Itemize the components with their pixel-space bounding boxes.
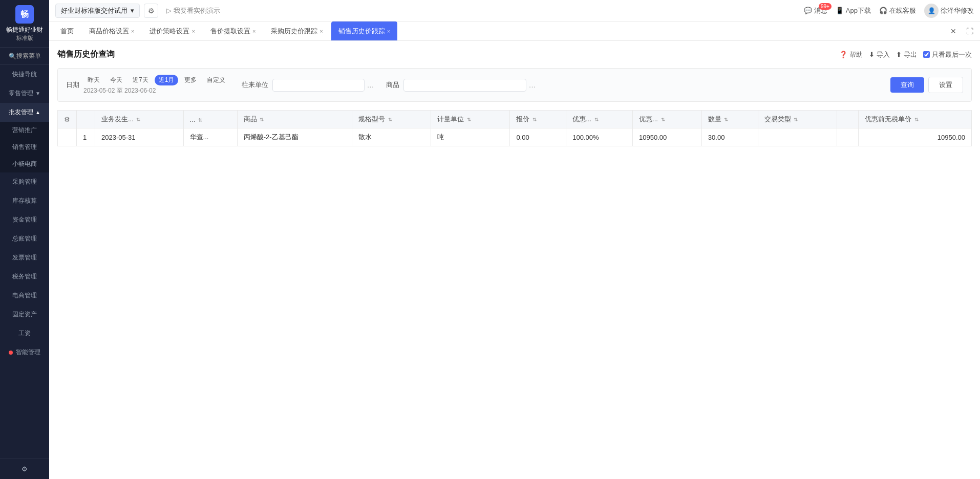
sort-spec-icon: ⇅ bbox=[388, 117, 392, 122]
col-header-trade-type[interactable]: 交易类型 ⇅ bbox=[758, 111, 837, 128]
cell-pretax-price: 10950.00 bbox=[859, 128, 972, 146]
col-header-product[interactable]: 商品 ⇅ bbox=[237, 111, 352, 128]
sidebar-item-invoice[interactable]: 发票管理 bbox=[0, 248, 49, 267]
sidebar-item-funds[interactable]: 资金管理 bbox=[0, 210, 49, 229]
quick-nav-label: 快捷导航 bbox=[12, 70, 37, 79]
tab-sale-history[interactable]: 销售历史价跟踪 × bbox=[331, 21, 397, 41]
sidebar-item-quick-nav[interactable]: 快捷导航 bbox=[0, 65, 49, 84]
export-btn[interactable]: ⬆ 导出 bbox=[896, 50, 917, 59]
sidebar-item-invoice-label: 发票管理 bbox=[12, 253, 37, 262]
tab-purchase-history-label: 采购历史价跟踪 bbox=[271, 27, 317, 36]
sidebar-item-ecommerce-small[interactable]: 小畅电商 bbox=[0, 156, 49, 172]
sidebar-item-assets-label: 固定资产 bbox=[12, 310, 37, 319]
col-header-unit[interactable]: 计量单位 ⇅ bbox=[431, 111, 510, 128]
col-header-price[interactable]: 报价 ⇅ bbox=[510, 111, 566, 128]
col-header-quantity[interactable]: 数量 ⇅ bbox=[701, 111, 758, 128]
sidebar-item-inventory-label: 库存核算 bbox=[12, 197, 37, 205]
col-header-more[interactable]: ... ⇅ bbox=[183, 111, 237, 128]
date-options: 昨天 今天 近7天 近1月 更多 自定义 bbox=[83, 75, 229, 85]
sidebar-logo: 畅 畅捷通好业财 标准版 bbox=[0, 0, 49, 48]
message-icon: 💬 bbox=[804, 7, 812, 14]
tab-sale-extract-close[interactable]: × bbox=[252, 28, 255, 34]
import-btn[interactable]: ⬇ 导入 bbox=[869, 50, 890, 59]
settings-button[interactable]: 设置 bbox=[928, 77, 963, 93]
data-table: ⚙ 业务发生... ⇅ ... ⇅ 商品 ⇅ 规格型号 bbox=[57, 110, 972, 146]
table-row[interactable]: 1 2023-05-31 华查... 丙烯酸-2-乙基己酯 散水 吨 0.00 … bbox=[58, 128, 972, 146]
sort-pretax-price-icon: ⇅ bbox=[914, 117, 919, 122]
cell-discount1: 100.00% bbox=[566, 128, 633, 146]
tab-purchase-strategy[interactable]: 进价策略设置 × bbox=[142, 21, 202, 41]
sidebar-item-funds-label: 资金管理 bbox=[12, 215, 37, 224]
sidebar-item-salary[interactable]: 工资 bbox=[0, 324, 49, 343]
date-opt-today[interactable]: 今天 bbox=[106, 75, 126, 85]
cell-seq: 1 bbox=[77, 128, 95, 146]
sidebar-item-marketing[interactable]: 营销推广 bbox=[0, 122, 49, 139]
sidebar-settings-btn[interactable]: ⚙ bbox=[0, 459, 49, 479]
sidebar-item-purchase-label: 采购管理 bbox=[12, 178, 37, 186]
demo-link[interactable]: ▷ 我要看实例演示 bbox=[166, 6, 220, 15]
tab-purchase-strategy-label: 进价策略设置 bbox=[150, 27, 189, 36]
tab-sale-extract[interactable]: 售价提取设置 × bbox=[203, 21, 263, 41]
demo-icon: ▷ bbox=[166, 7, 172, 14]
logo-icon: 畅 bbox=[15, 5, 34, 24]
online-service-label: 在线客服 bbox=[889, 6, 916, 15]
tab-home-label: 首页 bbox=[60, 27, 74, 36]
help-btn[interactable]: ❓ 帮助 bbox=[839, 50, 863, 59]
tab-price-settings[interactable]: 商品价格设置 × bbox=[82, 21, 141, 41]
query-button[interactable]: 查询 bbox=[890, 77, 924, 93]
sidebar-item-purchase[interactable]: 采购管理 bbox=[0, 172, 49, 191]
sidebar-item-sales[interactable]: 销售管理 bbox=[0, 139, 49, 156]
tabbar: 首页 商品价格设置 × 进价策略设置 × 售价提取设置 × 采购历史价跟踪 × … bbox=[49, 21, 980, 41]
sidebar-item-inventory[interactable]: 库存核算 bbox=[0, 191, 49, 210]
sidebar-item-smart[interactable]: 智能管理 bbox=[0, 343, 49, 362]
app-download-label: App下载 bbox=[846, 6, 871, 15]
date-range-display: 2023-05-02 至 2023-06-02 bbox=[83, 86, 229, 95]
date-opt-custom[interactable]: 自定义 bbox=[203, 75, 229, 85]
user-profile-btn[interactable]: 👤 徐泽华修改 bbox=[924, 4, 974, 18]
source-input[interactable] bbox=[272, 79, 365, 92]
tab-purchase-history[interactable]: 采购历史价跟踪 × bbox=[264, 21, 330, 41]
app-download-btn[interactable]: 📱 App下载 bbox=[836, 6, 871, 15]
tab-purchase-history-close[interactable]: × bbox=[319, 28, 323, 34]
sort-product-icon: ⇅ bbox=[260, 117, 264, 122]
window-maximize-btn[interactable]: ⛶ bbox=[964, 25, 976, 37]
cell-trade-type bbox=[758, 128, 837, 146]
topbar-settings-button[interactable]: ⚙ bbox=[144, 4, 158, 18]
col-spec-label: 规格型号 bbox=[358, 115, 385, 123]
sidebar-search-item[interactable]: 🔍 搜索菜单 bbox=[0, 48, 49, 65]
sidebar-item-wholesale[interactable]: 批发管理 ▲ bbox=[0, 103, 49, 122]
date-opt-more[interactable]: 更多 bbox=[180, 75, 201, 85]
date-opt-last1m[interactable]: 近1月 bbox=[155, 75, 179, 85]
col-header-biz-date[interactable]: 业务发生... ⇅ bbox=[95, 111, 184, 128]
window-close-btn[interactable]: ✕ bbox=[947, 25, 960, 37]
only-last-checkbox[interactable]: 只看最后一次 bbox=[923, 50, 972, 59]
sidebar-item-ecommerce[interactable]: 电商管理 bbox=[0, 286, 49, 305]
sidebar-item-wholesale-label: 批发管理 bbox=[9, 108, 33, 117]
col-header-pretax-price[interactable]: 优惠前无税单价 ⇅ bbox=[859, 111, 972, 128]
export-label: 导出 bbox=[904, 50, 917, 59]
col-discount1-label: 优惠... bbox=[572, 115, 591, 123]
tab-sale-history-close[interactable]: × bbox=[387, 28, 390, 34]
col-biz-date-label: 业务发生... bbox=[101, 115, 134, 123]
col-header-discount1[interactable]: 优惠... ⇅ bbox=[566, 111, 633, 128]
sort-price-icon: ⇅ bbox=[532, 117, 537, 122]
tab-purchase-strategy-close[interactable]: × bbox=[191, 28, 195, 34]
col-header-settings[interactable]: ⚙ bbox=[58, 111, 77, 128]
online-service-btn[interactable]: 🎧 在线客服 bbox=[879, 6, 916, 15]
col-header-spec[interactable]: 规格型号 ⇅ bbox=[352, 111, 431, 128]
only-last-input[interactable] bbox=[923, 51, 930, 58]
workspace-selector[interactable]: 好业财标准版交付试用 ▾ bbox=[55, 4, 140, 18]
product-more-icon[interactable]: … bbox=[528, 81, 536, 89]
tab-home[interactable]: 首页 bbox=[53, 21, 81, 41]
source-more-icon[interactable]: … bbox=[367, 81, 374, 89]
sidebar-item-retail[interactable]: 零售管理 ▼ bbox=[0, 84, 49, 103]
product-input[interactable] bbox=[403, 79, 526, 92]
tab-price-settings-close[interactable]: × bbox=[131, 28, 134, 34]
messages-btn[interactable]: 💬 消息 99+ bbox=[804, 6, 827, 15]
col-header-discount2[interactable]: 优惠... ⇅ bbox=[633, 111, 702, 128]
sidebar-item-tax[interactable]: 税务管理 bbox=[0, 267, 49, 286]
sidebar-item-ledger[interactable]: 总账管理 bbox=[0, 229, 49, 248]
date-opt-yesterday[interactable]: 昨天 bbox=[83, 75, 104, 85]
sidebar-item-assets[interactable]: 固定资产 bbox=[0, 305, 49, 324]
date-opt-last7[interactable]: 近7天 bbox=[129, 75, 153, 85]
